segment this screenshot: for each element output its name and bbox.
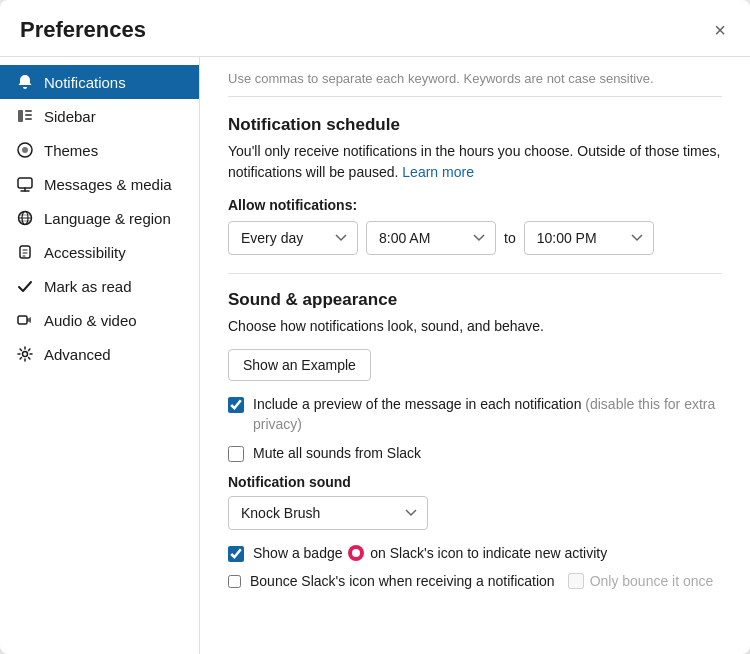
start-time-select[interactable]: 8:00 AM 9:00 AM 10:00 AM	[366, 221, 496, 255]
bounce-checkbox[interactable]	[228, 575, 241, 588]
mark-as-read-icon	[16, 277, 34, 295]
mute-checkbox[interactable]	[228, 446, 244, 462]
bounce-label: Bounce Slack's icon when receiving a not…	[250, 573, 555, 589]
show-example-button[interactable]: Show an Example	[228, 349, 371, 381]
svg-rect-6	[18, 178, 32, 188]
accessibility-icon	[16, 243, 34, 261]
sidebar-item-label: Sidebar	[44, 108, 96, 125]
svg-point-11	[23, 352, 28, 357]
modal-title: Preferences	[20, 17, 146, 43]
sidebar-item-label: Messages & media	[44, 176, 172, 193]
modal-body: NotificationsSidebarThemesMessages & med…	[0, 57, 750, 654]
svg-rect-3	[25, 118, 32, 120]
advanced-icon	[16, 345, 34, 363]
notification-sound-label: Notification sound	[228, 474, 722, 490]
to-label: to	[504, 230, 516, 246]
svg-point-5	[22, 147, 28, 153]
audio-video-icon	[16, 311, 34, 329]
preferences-modal: Preferences × NotificationsSidebarThemes…	[0, 0, 750, 654]
sidebar-icon	[16, 107, 34, 125]
svg-rect-10	[18, 316, 27, 324]
badge-dot-icon	[348, 545, 364, 561]
mute-label: Mute all sounds from Slack	[253, 444, 421, 464]
sidebar-item-label: Notifications	[44, 74, 126, 91]
sidebar-item-sidebar[interactable]: Sidebar	[0, 99, 199, 133]
sidebar-item-label: Language & region	[44, 210, 171, 227]
language-region-icon	[16, 209, 34, 227]
only-once-label: Only bounce it once	[590, 573, 714, 589]
badge-label: Show a badge on Slack's icon to indicate…	[253, 544, 607, 564]
svg-rect-2	[25, 114, 32, 116]
messages-media-icon	[16, 175, 34, 193]
svg-rect-1	[25, 110, 32, 112]
sidebar-item-advanced[interactable]: Advanced	[0, 337, 199, 371]
sidebar-item-label: Advanced	[44, 346, 111, 363]
bounce-row: Bounce Slack's icon when receiving a not…	[228, 573, 722, 589]
preview-checkbox[interactable]	[228, 397, 244, 413]
modal-header: Preferences ×	[0, 0, 750, 57]
close-button[interactable]: ×	[710, 16, 730, 44]
preview-row: Include a preview of the message in each…	[228, 395, 722, 434]
sidebar: NotificationsSidebarThemesMessages & med…	[0, 57, 200, 654]
top-hint: Use commas to separate each keyword. Key…	[228, 57, 722, 97]
end-time-select[interactable]: 10:00 PM 11:00 PM 12:00 AM	[524, 221, 654, 255]
sidebar-item-label: Audio & video	[44, 312, 137, 329]
sidebar-item-label: Themes	[44, 142, 98, 159]
learn-more-link[interactable]: Learn more	[402, 164, 474, 180]
sound-appearance-title: Sound & appearance	[228, 290, 722, 310]
notification-schedule-title: Notification schedule	[228, 115, 722, 135]
only-bounce-once: Only bounce it once	[568, 573, 714, 589]
notification-schedule-desc: You'll only receive notifications in the…	[228, 141, 722, 183]
sidebar-item-themes[interactable]: Themes	[0, 133, 199, 167]
sidebar-item-label: Mark as read	[44, 278, 132, 295]
day-select[interactable]: Every day Weekdays Weekends Custom	[228, 221, 358, 255]
time-row: Every day Weekdays Weekends Custom 8:00 …	[228, 221, 722, 255]
sidebar-item-accessibility[interactable]: Accessibility	[0, 235, 199, 269]
notification-sound-select[interactable]: Knock Brush Ding Chime None	[228, 496, 428, 530]
divider	[228, 273, 722, 274]
notifications-icon	[16, 73, 34, 91]
sidebar-item-messages-media[interactable]: Messages & media	[0, 167, 199, 201]
mute-row: Mute all sounds from Slack	[228, 444, 722, 464]
sidebar-item-language-region[interactable]: Language & region	[0, 201, 199, 235]
sound-appearance-desc: Choose how notifications look, sound, an…	[228, 316, 722, 337]
sidebar-item-label: Accessibility	[44, 244, 126, 261]
content-area: Use commas to separate each keyword. Key…	[200, 57, 750, 654]
allow-notifications-label: Allow notifications:	[228, 197, 722, 213]
sidebar-item-notifications[interactable]: Notifications	[0, 65, 199, 99]
sidebar-item-audio-video[interactable]: Audio & video	[0, 303, 199, 337]
svg-rect-0	[18, 110, 23, 122]
badge-row: Show a badge on Slack's icon to indicate…	[228, 544, 722, 564]
only-once-checkbox[interactable]	[568, 573, 584, 589]
badge-checkbox[interactable]	[228, 546, 244, 562]
sound-appearance-section: Sound & appearance Choose how notificati…	[228, 290, 722, 589]
sidebar-item-mark-as-read[interactable]: Mark as read	[0, 269, 199, 303]
preview-label: Include a preview of the message in each…	[253, 395, 722, 434]
themes-icon	[16, 141, 34, 159]
